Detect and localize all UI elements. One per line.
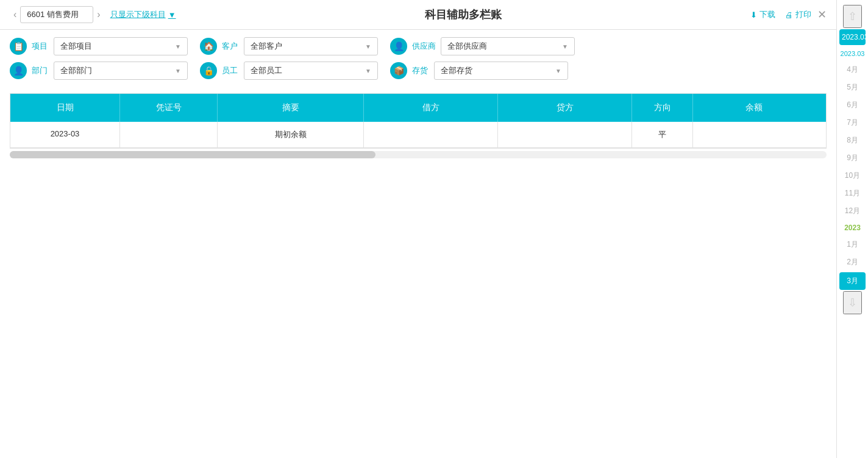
table-header: 日期 凭证号 摘要 借方 贷方 方向 余额 [10,94,826,122]
sidebar-item-9[interactable]: 9月 [837,149,868,167]
cell-debit [364,122,498,147]
cell-balance [693,122,815,147]
account-code: 6601 销售费用 [20,6,93,23]
supplier-icon: 👤 [390,38,407,55]
employee-label: 员工 [222,65,239,76]
supplier-select[interactable]: 全部供应商 ▼ [441,37,575,55]
inventory-icon: 📦 [390,62,407,79]
inventory-label: 存货 [412,65,429,76]
department-arrow-icon: ▼ [175,68,181,74]
employee-icon: 🔒 [200,62,217,79]
scrollbar-thumb [10,151,375,158]
sidebar-item-3-active[interactable]: 3月 [839,272,866,290]
customer-label: 客户 [222,41,239,52]
col-debit: 借方 [364,94,498,122]
filter-department: 👤 部门 全部部门 ▼ [10,62,188,80]
ledger-table: 日期 凭证号 摘要 借方 贷方 方向 余额 2023-03 期初余额 平 [10,93,827,149]
employee-select[interactable]: 全部员工 ▼ [244,62,378,80]
header-actions: ⬇ 下载 🖨 打印 [750,9,811,20]
filter-row-1: 📋 项目 全部项目 ▼ 🏠 客户 全部客户 ▼ 👤 [10,37,827,55]
right-sidebar: ⇧ 2023.03 2023.03 4月 5月 6月 7月 8月 9月 10月 … [836,0,868,458]
sidebar-item-6[interactable]: 6月 [837,96,868,114]
project-select[interactable]: 全部项目 ▼ [54,37,188,55]
sidebar-item-7[interactable]: 7月 [837,114,868,132]
cell-voucher [120,122,218,147]
project-label: 项目 [32,41,49,52]
dropdown-arrow-icon: ▼ [168,10,176,19]
supplier-arrow-icon: ▼ [562,43,568,50]
sidebar-down-btn[interactable]: ⇩ [843,291,862,314]
filter-project: 📋 项目 全部项目 ▼ [10,37,188,55]
table-row: 2023-03 期初余额 平 [10,122,826,148]
sidebar-up-btn[interactable]: ⇧ [843,5,862,28]
department-label: 部门 [32,65,49,76]
filter-row-2: 👤 部门 全部部门 ▼ 🔒 员工 全部员工 ▼ 📦 [10,62,827,80]
col-summary: 摘要 [218,94,364,122]
filter-supplier: 👤 供应商 全部供应商 ▼ [390,37,575,55]
header: ‹ 6601 销售费用 › 只显示下级科目 ▼ 科目辅助多栏账 ⬇ 下载 🖨 打… [0,0,836,30]
sidebar-item-4[interactable]: 4月 [837,61,868,79]
page-title: 科目辅助多栏账 [176,7,750,22]
sidebar-item-11[interactable]: 11月 [837,185,868,202]
filter-employee: 🔒 员工 全部员工 ▼ [200,62,378,80]
show-sub-button[interactable]: 只显示下级科目 ▼ [110,9,176,20]
cell-summary: 期初余额 [218,122,364,147]
sidebar-item-8[interactable]: 8月 [837,132,868,149]
download-button[interactable]: ⬇ 下载 [750,9,775,20]
cell-direction: 平 [632,122,693,147]
inventory-select[interactable]: 全部存货 ▼ [434,62,568,80]
department-select[interactable]: 全部部门 ▼ [54,62,188,80]
sidebar-item-5[interactable]: 5月 [837,79,868,96]
department-icon: 👤 [10,62,27,79]
employee-arrow-icon: ▼ [365,68,371,74]
download-icon: ⬇ [750,10,757,19]
sidebar-item-12[interactable]: 12月 [837,202,868,220]
print-icon: 🖨 [785,10,793,19]
sidebar-item-1[interactable]: 1月 [837,236,868,253]
next-account-btn[interactable]: › [93,8,104,21]
sidebar-item-2023-03-first[interactable]: 2023.03 [839,29,866,45]
sidebar-item-10[interactable]: 10月 [837,167,868,185]
col-voucher: 凭证号 [120,94,218,122]
table-body: 2023-03 期初余额 平 [10,122,826,148]
col-date: 日期 [10,94,120,122]
prev-account-btn[interactable]: ‹ [10,8,20,21]
col-credit: 贷方 [498,94,632,122]
close-button[interactable]: ✕ [817,8,827,21]
sidebar-item-2[interactable]: 2月 [837,253,868,271]
inventory-arrow-icon: ▼ [555,68,561,74]
customer-arrow-icon: ▼ [365,43,371,50]
customer-select[interactable]: 全部客户 ▼ [244,37,378,55]
col-direction: 方向 [632,94,693,122]
print-button[interactable]: 🖨 打印 [785,9,811,20]
cell-date: 2023-03 [10,122,120,147]
customer-icon: 🏠 [200,38,217,55]
sidebar-item-2023-03-second[interactable]: 2023.03 [837,46,868,61]
main-window: ‹ 6601 销售费用 › 只显示下级科目 ▼ 科目辅助多栏账 ⬇ 下载 🖨 打… [0,0,868,458]
sidebar-year-2023: 2023 [837,220,868,236]
filter-customer: 🏠 客户 全部客户 ▼ [200,37,378,55]
filter-inventory: 📦 存货 全部存货 ▼ [390,62,568,80]
horizontal-scrollbar[interactable] [10,151,827,158]
col-balance: 余额 [693,94,815,122]
supplier-label: 供应商 [412,41,436,52]
project-arrow-icon: ▼ [175,43,181,50]
cell-credit [498,122,632,147]
filter-area: 📋 项目 全部项目 ▼ 🏠 客户 全部客户 ▼ 👤 [0,30,836,93]
project-icon: 📋 [10,38,27,55]
